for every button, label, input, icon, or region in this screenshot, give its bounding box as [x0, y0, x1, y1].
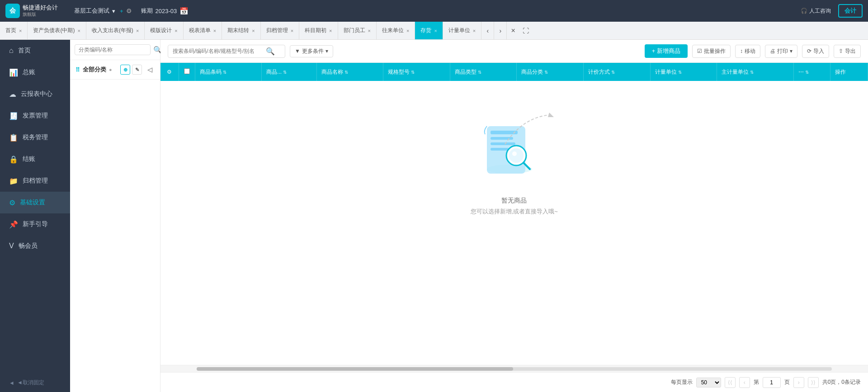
- move-label: 移动: [745, 47, 755, 55]
- tab-home[interactable]: 首页 ×: [0, 22, 28, 39]
- tab-counterpart[interactable]: 往来单位 ×: [377, 22, 415, 39]
- th-checkbox[interactable]: [179, 63, 195, 81]
- move-btn[interactable]: ↕ 移动: [735, 45, 760, 58]
- sidebar-item-invoice[interactable]: 🧾 发票管理: [0, 105, 70, 127]
- sidebar-tax-label: 税务管理: [23, 133, 48, 142]
- product-table-wrapper: ⚙ 商品条码⇅ 商品...⇅ 商品名称⇅: [160, 63, 868, 365]
- sidebar-item-home[interactable]: ⌂ 首页: [0, 40, 70, 61]
- sidebar-item-tax[interactable]: 📋 税务管理: [0, 127, 70, 148]
- select-all-checkbox[interactable]: [184, 68, 190, 74]
- th-code[interactable]: 商品...⇅: [262, 63, 317, 81]
- tab-archive[interactable]: 归档管理 ×: [261, 22, 299, 39]
- tab-inventory[interactable]: 存货 ×: [415, 22, 443, 39]
- th-uom[interactable]: 计量单位⇅: [650, 63, 717, 81]
- first-page-btn[interactable]: ⟨⟨: [725, 377, 736, 388]
- tab-tax-list-close[interactable]: ×: [213, 28, 216, 33]
- tab-income-close[interactable]: ×: [136, 28, 139, 33]
- sidebar-item-report-center[interactable]: ☁ 云报表中心: [0, 83, 70, 105]
- filter-more-btn[interactable]: ▼ 更多条件 ▾: [290, 45, 333, 57]
- account-button[interactable]: 会计: [838, 4, 863, 18]
- export-btn[interactable]: ⇧ 导出: [834, 45, 861, 58]
- tab-template[interactable]: 模版设计 ×: [145, 22, 183, 39]
- next-page-btn[interactable]: ›: [793, 377, 804, 388]
- import-btn[interactable]: ⟳ 导入: [802, 45, 829, 58]
- tab-counterpart-close[interactable]: ×: [406, 28, 409, 33]
- tab-home-close[interactable]: ×: [19, 28, 22, 33]
- tab-close-all-btn[interactable]: ×: [507, 22, 519, 39]
- category-add-icon[interactable]: ⊕: [120, 65, 130, 75]
- tab-prev-btn[interactable]: ‹: [481, 22, 494, 39]
- tab-dept-staff[interactable]: 部门员工 ×: [338, 22, 377, 39]
- tab-income[interactable]: 收入支出表(年报) ×: [86, 22, 145, 39]
- tab-expand-btn[interactable]: ⛶: [519, 22, 532, 39]
- th-main-uom[interactable]: 主计量单位⇅: [717, 63, 794, 81]
- th-spec[interactable]: 规格型号⇅: [383, 63, 450, 81]
- tab-subject-init-close[interactable]: ×: [329, 28, 332, 33]
- tab-template-label: 模版设计: [150, 27, 172, 34]
- tab-uom[interactable]: 计量单位 ×: [443, 22, 481, 39]
- th-barcode[interactable]: 商品条码⇅: [195, 63, 262, 81]
- org-selector[interactable]: 基层工会测试 ▾ + ⚙: [74, 7, 132, 15]
- product-search-input[interactable]: [173, 48, 263, 54]
- tab-template-close[interactable]: ×: [175, 28, 177, 33]
- tab-bar: 首页 × 资产负债表(中期) × 收入支出表(年报) × 模版设计 × 税表清单…: [0, 22, 868, 40]
- category-edit-icon[interactable]: ✎: [132, 65, 142, 75]
- toolbar: 🔍 ▼ 更多条件 ▾ + 新增商品 ☑ 批量操作 ↕ 移动: [160, 40, 868, 63]
- service-button[interactable]: 🎧 人工咨询: [801, 7, 831, 15]
- panel-collapse-btn[interactable]: ◁: [145, 65, 155, 75]
- tab-balance-sheet-close[interactable]: ×: [77, 28, 80, 33]
- org-add-icon[interactable]: +: [120, 8, 123, 14]
- th-more[interactable]: ⋯⇅: [793, 63, 830, 81]
- org-settings-icon[interactable]: ⚙: [126, 7, 132, 14]
- page-number-input[interactable]: [763, 377, 781, 388]
- th-action: 操作: [830, 63, 868, 81]
- category-panel: 🔍 ⠿ 全部分类 ● ⊕ ✎ ◁: [70, 40, 160, 392]
- sidebar-item-close-account[interactable]: 🔒 结账: [0, 148, 70, 170]
- sidebar-item-archive[interactable]: 📁 归档管理: [0, 170, 70, 192]
- tab-period-end-close[interactable]: ×: [252, 28, 255, 33]
- tab-uom-close[interactable]: ×: [473, 28, 476, 33]
- page-end-label: 页: [784, 378, 790, 386]
- th-settings[interactable]: ⚙: [160, 63, 179, 81]
- product-search-bar[interactable]: 🔍: [168, 45, 285, 58]
- import-label: 导入: [813, 47, 824, 55]
- logo-icon: 会: [5, 4, 20, 18]
- scrollbar-thumb[interactable]: [197, 367, 513, 371]
- move-icon: ↕: [740, 48, 743, 54]
- period-label: 账期: [141, 7, 153, 15]
- tab-period-end[interactable]: 期末结转 ×: [222, 22, 260, 39]
- sidebar-unpin-btn[interactable]: ◄ ◄取消固定: [0, 373, 70, 392]
- sidebar-item-member[interactable]: V 畅会员: [0, 235, 70, 257]
- tab-subject-init[interactable]: 科目期初 ×: [299, 22, 338, 39]
- sidebar-item-ledger[interactable]: 📊 总账: [0, 61, 70, 83]
- tab-next-btn[interactable]: ›: [494, 22, 507, 39]
- last-page-btn[interactable]: ⟩⟩: [808, 377, 819, 388]
- logo-text-group: 畅捷通好会计 旗舰版: [23, 4, 58, 18]
- calendar-icon[interactable]: 📅: [179, 7, 189, 15]
- tab-inventory-label: 存货: [420, 27, 431, 34]
- tab-archive-close[interactable]: ×: [291, 28, 293, 33]
- product-search-icon[interactable]: 🔍: [266, 47, 275, 56]
- category-all-label: 全部分类: [83, 66, 106, 74]
- sidebar-item-beginner[interactable]: 📌 新手引导: [0, 213, 70, 235]
- category-search-input[interactable]: [75, 44, 151, 55]
- batch-label: 批量操作: [704, 47, 726, 55]
- tab-inventory-close[interactable]: ×: [434, 28, 437, 33]
- per-page-select[interactable]: 50 100 200: [696, 378, 721, 387]
- print-btn[interactable]: 🖨 打印 ▾: [765, 45, 797, 58]
- th-price-method[interactable]: 计价方式⇅: [583, 63, 650, 81]
- tab-dept-staff-close[interactable]: ×: [368, 28, 371, 33]
- tab-tax-list[interactable]: 税表清单 ×: [184, 22, 222, 39]
- tab-balance-sheet[interactable]: 资产负债表(中期) ×: [28, 22, 86, 39]
- export-icon: ⇧: [839, 48, 843, 54]
- th-name[interactable]: 商品名称⇅: [316, 63, 383, 81]
- new-product-btn[interactable]: + 新增商品: [645, 44, 688, 58]
- prev-page-btn[interactable]: ‹: [739, 377, 750, 388]
- batch-action-btn[interactable]: ☑ 批量操作: [692, 45, 731, 58]
- category-action-icons: ⊕ ✎: [120, 65, 142, 75]
- sidebar-item-basic-settings[interactable]: ⚙ 基础设置: [0, 192, 70, 213]
- th-category[interactable]: 商品分类⇅: [517, 63, 584, 81]
- horizontal-scrollbar[interactable]: [160, 365, 868, 372]
- app-edition: 旗舰版: [23, 11, 58, 18]
- th-type[interactable]: 商品类型⇅: [450, 63, 517, 81]
